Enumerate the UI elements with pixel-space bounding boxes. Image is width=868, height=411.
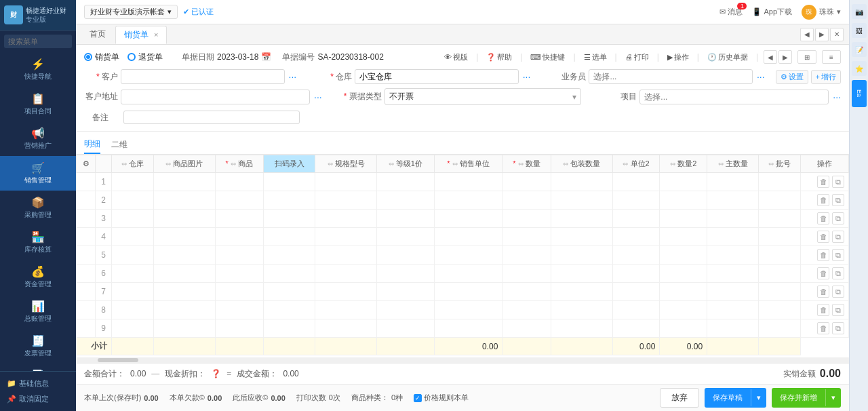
tab-next-btn[interactable]: ▶ xyxy=(815,28,829,41)
cell-batch[interactable] xyxy=(759,319,801,338)
horizontal-scrollbar[interactable] xyxy=(76,357,849,363)
col-unit[interactable]: ⇔ 销售单位 xyxy=(434,155,502,173)
customer-dots[interactable]: ··· xyxy=(289,71,297,82)
warehouse-input[interactable] xyxy=(355,69,519,84)
cell-batch[interactable] xyxy=(759,283,801,301)
cell-qty[interactable] xyxy=(502,319,551,338)
col-img[interactable]: ⇔ 商品图片 xyxy=(153,155,215,173)
cell-qty2[interactable] xyxy=(660,246,707,265)
setup-btn[interactable]: ⚙ 设置 xyxy=(776,70,808,84)
col-warehouse[interactable]: ⇔ 仓库 xyxy=(112,155,154,173)
delete-row-btn[interactable]: 🗑 xyxy=(817,176,829,188)
cell-warehouse[interactable] xyxy=(112,228,154,246)
cell-warehouse[interactable] xyxy=(112,246,154,265)
sidebar-item-invoice[interactable]: 🧾 发票管理 xyxy=(0,329,76,364)
sidebar-item-project[interactable]: 📋 项目合同 xyxy=(0,87,76,121)
cell-unit2[interactable] xyxy=(612,173,660,191)
tab-close-btn[interactable]: ✕ xyxy=(830,28,844,41)
cell-qty2[interactable] xyxy=(660,191,707,210)
cell-unit2[interactable] xyxy=(612,301,660,319)
cell-pack[interactable] xyxy=(551,228,612,246)
cell-main-qty[interactable] xyxy=(707,283,759,301)
cell-action[interactable]: 🗑 ⧉ xyxy=(801,265,849,283)
copy-row-btn[interactable]: ⧉ xyxy=(832,194,844,206)
cell-qty2[interactable] xyxy=(660,173,707,191)
col-batch[interactable]: ⇔ 批号 xyxy=(759,155,801,173)
col-pack[interactable]: ⇔ 包装数量 xyxy=(551,155,612,173)
cell-pack[interactable] xyxy=(551,283,612,301)
cell-scan[interactable] xyxy=(263,228,315,246)
cell-unit2[interactable] xyxy=(612,228,660,246)
delete-row-btn[interactable]: 🗑 xyxy=(817,249,829,261)
col-spec[interactable]: ⇔ 规格型号 xyxy=(315,155,377,173)
cell-qty[interactable] xyxy=(502,210,551,228)
cell-qty2[interactable] xyxy=(660,210,707,228)
right-panel-btn-4[interactable]: ⭐ xyxy=(852,61,867,76)
cell-price[interactable] xyxy=(377,301,434,319)
cell-unit2[interactable] xyxy=(612,319,660,338)
staff-input[interactable] xyxy=(589,69,753,84)
view-btn[interactable]: 👁 视版 xyxy=(441,51,471,64)
cell-price[interactable] xyxy=(377,173,434,191)
delete-row-btn[interactable]: 🗑 xyxy=(817,231,829,243)
cell-main-qty[interactable] xyxy=(707,319,759,338)
cell-goods[interactable] xyxy=(215,210,263,228)
col-qty2[interactable]: ⇔ 数量2 xyxy=(660,155,707,173)
sidebar-item-cancel-fixed[interactable]: 📌 取消固定 xyxy=(4,391,72,407)
cell-scan[interactable] xyxy=(263,173,315,191)
cell-img[interactable] xyxy=(153,191,215,210)
table-row[interactable]: 1 🗑 ⧉ xyxy=(77,173,849,191)
table-row[interactable]: 4 🗑 ⧉ xyxy=(77,228,849,246)
col-settings[interactable]: ⚙ xyxy=(77,155,96,173)
sidebar-item-marketing[interactable]: 📢 营销推广 xyxy=(0,121,76,156)
cell-unit2[interactable] xyxy=(612,265,660,283)
copy-row-btn[interactable]: ⧉ xyxy=(832,322,844,334)
cell-img[interactable] xyxy=(153,319,215,338)
copy-row-btn[interactable]: ⧉ xyxy=(832,267,844,279)
app-download-action[interactable]: 📱 App下载 xyxy=(752,7,792,17)
cell-main-qty[interactable] xyxy=(707,301,759,319)
project-dots[interactable]: ··· xyxy=(833,92,841,102)
scrollbar-thumb[interactable] xyxy=(98,358,138,362)
address-dots[interactable]: ··· xyxy=(314,92,322,102)
save-new-main[interactable]: 保存并新增 xyxy=(772,389,826,406)
cell-img[interactable] xyxy=(153,246,215,265)
table-row[interactable]: 3 🗑 ⧉ xyxy=(77,210,849,228)
cell-qty2[interactable] xyxy=(660,283,707,301)
cell-main-qty[interactable] xyxy=(707,265,759,283)
delete-row-btn[interactable]: 🗑 xyxy=(817,286,829,298)
warehouse-dots[interactable]: ··· xyxy=(523,71,531,82)
col-main-qty[interactable]: ⇔ 主数量 xyxy=(707,155,759,173)
tab-home[interactable]: 首页 xyxy=(81,26,114,43)
customer-input[interactable] xyxy=(121,69,285,84)
cell-qty[interactable] xyxy=(502,265,551,283)
tab-prev-btn[interactable]: ◀ xyxy=(800,28,814,41)
table-row[interactable]: 6 🗑 ⧉ xyxy=(77,265,849,283)
cell-main-qty[interactable] xyxy=(707,246,759,265)
date-value[interactable]: 2023-03-18 xyxy=(217,52,258,62)
copy-row-btn[interactable]: ⧉ xyxy=(832,249,844,261)
save-draft-main[interactable]: 保存草稿 xyxy=(705,389,751,406)
cell-pack[interactable] xyxy=(551,265,612,283)
cell-scan[interactable] xyxy=(263,319,315,338)
cell-pack[interactable] xyxy=(551,173,612,191)
cell-scan[interactable] xyxy=(263,246,315,265)
abandon-button[interactable]: 放弃 xyxy=(660,388,699,408)
save-new-arrow[interactable]: ▾ xyxy=(826,390,841,406)
cell-action[interactable]: 🗑 ⧉ xyxy=(801,210,849,228)
cell-qty[interactable] xyxy=(502,191,551,210)
cell-goods[interactable] xyxy=(215,301,263,319)
cell-qty[interactable] xyxy=(502,228,551,246)
sidebar-item-tax[interactable]: 📑 税务管理 xyxy=(0,364,76,371)
delete-row-btn[interactable]: 🗑 xyxy=(817,322,829,334)
cell-spec[interactable] xyxy=(315,228,377,246)
cell-qty2[interactable] xyxy=(660,265,707,283)
address-input[interactable] xyxy=(121,90,310,104)
cell-goods[interactable] xyxy=(215,228,263,246)
sidebar-item-sales[interactable]: 🛒 销售管理 xyxy=(0,156,76,191)
close-icon[interactable]: × xyxy=(154,31,158,39)
cell-price[interactable] xyxy=(377,191,434,210)
cell-img[interactable] xyxy=(153,301,215,319)
delete-row-btn[interactable]: 🗑 xyxy=(817,304,829,316)
cell-warehouse[interactable] xyxy=(112,319,154,338)
